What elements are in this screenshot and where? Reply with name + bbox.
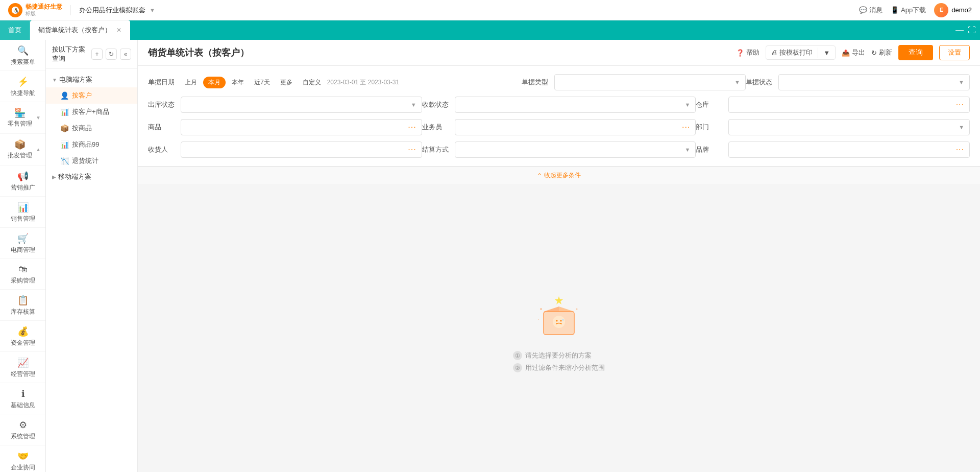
sys-mgmt-icon: ⚙: [19, 419, 27, 431]
by-goods-icon: 📦: [60, 124, 69, 132]
goods-label: 商品: [148, 123, 177, 132]
sidebar-item-search-menu[interactable]: 🔍 搜索菜单: [0, 40, 46, 71]
maximize-tab-icon[interactable]: ⛶: [968, 26, 976, 35]
dept-arrow-icon: ▼: [959, 124, 964, 130]
tab-this-month[interactable]: 本月: [203, 77, 226, 88]
staff-dots-icon: ···: [682, 123, 690, 132]
collect-status-filter-item: 收款状态 ▼: [422, 97, 696, 113]
svg-point-12: [576, 309, 578, 310]
tree-item-by-goods-99[interactable]: 📊 按商品99: [46, 136, 137, 153]
out-status-select[interactable]: ▼: [181, 97, 422, 113]
app-sub-text: 标版: [26, 11, 62, 17]
print-button-group: 🖨 按模板打印 ▼: [766, 45, 836, 60]
tree-item-return-stat[interactable]: 📉 退货统计: [46, 153, 137, 169]
basic-info-icon: ℹ: [21, 388, 25, 399]
sidebar-item-ecommerce[interactable]: 🛒 电商管理: [0, 228, 46, 259]
refresh-button[interactable]: ↻ 刷新: [871, 48, 892, 57]
svg-marker-4: [559, 306, 574, 312]
scheme-tree: ▼ 电脑端方案 👤 按客户 📊 按客户+商品 📦 按商品 📊 按商品99 📉: [46, 69, 137, 472]
wholesale-arrow-icon: ▲: [36, 147, 41, 152]
refresh-scheme-button[interactable]: ↻: [106, 49, 117, 60]
tip-text-2: 用过滤条件来缩小分析范围: [525, 363, 605, 372]
goods-select[interactable]: ···: [181, 119, 422, 135]
svg-point-9: [562, 319, 564, 321]
user-area[interactable]: E demo2: [934, 3, 972, 17]
search-menu-icon: 🔍: [17, 45, 29, 56]
dept-select[interactable]: ▼: [728, 119, 970, 135]
tab-last-month[interactable]: 上月: [181, 77, 201, 88]
sidebar-item-purchase[interactable]: 🛍 采购管理: [0, 259, 46, 290]
svg-point-6: [553, 316, 565, 328]
tab-last-7[interactable]: 近7天: [250, 77, 274, 88]
doc-type-filter-item: 单据类型 ▼: [522, 74, 746, 90]
tree-item-customer-goods[interactable]: 📊 按客户+商品: [46, 104, 137, 120]
empty-tip-2: ② 用过滤条件来缩小分析范围: [513, 363, 605, 372]
doc-status-select[interactable]: ▼: [778, 74, 970, 90]
sidebar-item-sales-mgmt[interactable]: 📊 销售管理: [0, 197, 46, 228]
sidebar-item-marketing[interactable]: 📢 营销推广: [0, 166, 46, 197]
sidebar-item-operation[interactable]: 📈 经营管理: [0, 352, 46, 383]
export-label: 导出: [852, 48, 865, 57]
print-dropdown-button[interactable]: ▼: [818, 47, 835, 59]
collect-status-select[interactable]: ▼: [455, 97, 696, 113]
by-customer-icon: 👤: [60, 91, 69, 100]
sidebar-item-sys-mgmt[interactable]: ⚙ 系统管理: [0, 414, 46, 445]
tab-home[interactable]: 首页: [0, 20, 30, 40]
settlement-select[interactable]: ▼: [455, 141, 696, 158]
brand-select[interactable]: ···: [728, 141, 970, 158]
query-button[interactable]: 查询: [898, 45, 933, 60]
out-status-label: 出库状态: [148, 100, 177, 109]
left-panel-title: 按以下方案查询: [52, 45, 91, 63]
svg-point-7: [556, 320, 558, 322]
logo-area: 🐧 畅捷通好生意 标版: [8, 3, 62, 17]
sidebar-item-retail[interactable]: 🏪 零售管理 ▼: [0, 102, 46, 134]
retail-arrow-icon: ▼: [36, 115, 41, 121]
sidebar-item-enterprise[interactable]: 🤝 企业协同: [0, 445, 46, 472]
quick-nav-icon: ⚡: [17, 76, 29, 87]
settings-button[interactable]: 设置: [939, 45, 970, 60]
warehouse-select[interactable]: ···: [728, 97, 970, 113]
system-dropdown-icon[interactable]: ▼: [150, 7, 155, 13]
sidebar-item-quick-nav[interactable]: ⚡ 快捷导航: [0, 71, 46, 102]
tab-more[interactable]: 更多: [276, 77, 297, 88]
inventory-icon: 📋: [17, 295, 29, 306]
help-icon: ❓: [736, 49, 744, 57]
tab-close-icon[interactable]: ✕: [116, 27, 121, 34]
staff-select[interactable]: ···: [455, 119, 696, 135]
brand-dots-icon: ···: [956, 145, 964, 154]
by-goods-99-label: 按商品99: [72, 140, 99, 149]
collapse-more-conditions[interactable]: ⌃ 收起更多条件: [138, 167, 980, 184]
collapse-panel-button[interactable]: «: [120, 49, 131, 60]
message-button[interactable]: 💬 消息: [859, 6, 883, 15]
wholesale-icon: 📦: [14, 139, 26, 150]
svg-point-8: [560, 320, 562, 322]
minimize-tab-icon[interactable]: —: [955, 26, 964, 35]
tab-sales-stat[interactable]: 销货单统计表（按客户） ✕: [30, 20, 130, 40]
logo-icon: 🐧: [8, 3, 22, 17]
sidebar-item-inventory[interactable]: 📋 库存核算: [0, 290, 46, 321]
doc-type-select[interactable]: ▼: [554, 74, 746, 90]
sidebar-item-wholesale[interactable]: 📦 批发管理 ▲: [0, 134, 46, 166]
tree-item-by-customer[interactable]: 👤 按客户: [46, 87, 137, 104]
operation-label: 经营管理: [11, 370, 35, 379]
goods-filter-item: 商品 ···: [148, 119, 422, 135]
add-scheme-button[interactable]: +: [91, 49, 103, 60]
tree-item-by-goods[interactable]: 📦 按商品: [46, 120, 137, 136]
sidebar-item-basic-info[interactable]: ℹ 基础信息: [0, 383, 46, 414]
tab-bar: 首页 销货单统计表（按客户） ✕ — ⛶: [0, 20, 980, 40]
filter-row-3: 商品 ··· 业务员 ··· 部门: [148, 119, 970, 135]
app-download-button[interactable]: 📱 App下载: [891, 6, 926, 15]
tab-custom[interactable]: 自定义: [299, 77, 325, 88]
receiver-select[interactable]: ···: [181, 141, 422, 158]
tree-group-mobile[interactable]: ▶ 移动端方案: [46, 169, 137, 184]
sidebar-item-finance[interactable]: 💰 资金管理: [0, 321, 46, 352]
date-tabs: 上月 本月 本年 近7天 更多 自定义: [181, 77, 325, 88]
print-button[interactable]: 🖨 按模板打印: [766, 46, 818, 59]
refresh-icon: ↻: [109, 51, 114, 58]
customer-goods-icon: 📊: [60, 108, 69, 116]
export-button[interactable]: 📤 导出: [842, 48, 865, 57]
help-button[interactable]: ❓ 帮助: [736, 48, 760, 57]
brand-filter-item: 品牌 ···: [696, 141, 970, 158]
tab-this-year[interactable]: 本年: [228, 77, 248, 88]
tree-group-desktop[interactable]: ▼ 电脑端方案: [46, 72, 137, 87]
